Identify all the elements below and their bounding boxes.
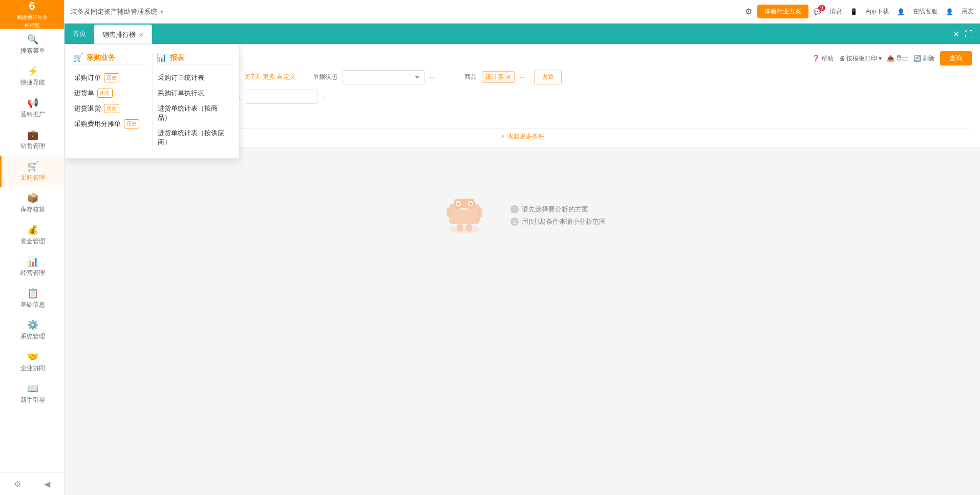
sidebar-item-system[interactable]: ⚙️系统管理 <box>0 314 64 346</box>
tab-home[interactable]: 首页 <box>65 24 94 44</box>
sidebar-item-guide[interactable]: 📖新手引导 <box>0 378 64 410</box>
system-icon: ⚙️ <box>27 319 38 331</box>
sales-icon: 💼 <box>27 129 38 140</box>
tab-expand[interactable]: ✕ ⛶ <box>946 29 980 39</box>
sidebar-item-company[interactable]: 🤝企业协同 <box>0 346 64 378</box>
close-fullscreen-icon: ✕ <box>953 30 960 38</box>
sidebar-item-operation[interactable]: 📊经营管理 <box>0 251 64 283</box>
shortcut-custom[interactable]: 自定义 <box>277 73 295 81</box>
export-btn[interactable]: 📤 导出 <box>887 54 908 63</box>
guide-icon: 📖 <box>27 383 38 394</box>
dropdown-divider <box>152 53 153 150</box>
status-label: 单据状态 <box>309 73 337 81</box>
message-label[interactable]: 消息 <box>829 7 842 16</box>
collapse-label: 收起更多条件 <box>507 133 544 140</box>
status-select[interactable] <box>343 70 424 84</box>
svg-rect-11 <box>466 224 472 231</box>
salesman-input[interactable] <box>246 90 317 104</box>
tip-text-2: 用[过滤]条件来缩小分析范围 <box>522 217 605 226</box>
industry-btn[interactable]: 体验行业方案 <box>757 5 808 18</box>
quick-label: 快捷导航 <box>20 78 45 87</box>
status-more-icon[interactable]: ··· <box>430 74 435 81</box>
purchase-label: 采购管理 <box>20 174 45 182</box>
message-badge: 9 <box>818 5 825 11</box>
svg-point-6 <box>470 203 472 205</box>
goods-tag-close[interactable]: ✕ <box>506 74 511 81</box>
message-icon-wrap[interactable]: 💬9 <box>814 8 821 15</box>
marketing-icon: 📢 <box>27 97 38 109</box>
tip-num-1: 1 <box>510 205 519 213</box>
svg-rect-10 <box>457 224 463 231</box>
online-service[interactable]: 在线客服 <box>913 7 938 16</box>
sidebar-settings-icon[interactable]: ⚙ <box>14 479 21 489</box>
sidebar-item-search[interactable]: 🔍搜索菜单 <box>0 29 64 60</box>
sidebar-item-sales[interactable]: 💼销售管理 <box>0 124 64 156</box>
user-name[interactable]: 用友 <box>962 7 974 16</box>
user-avatar: 👤 <box>946 8 953 15</box>
sidebar-item-purchase[interactable]: 🛒采购管理 <box>0 156 64 187</box>
dropdown-menu: 🛒 采购业务 采购订单历史进货单历史进货退货历史采购费用分摊单历史 📊 报表 采… <box>65 44 240 159</box>
operation-label: 经营管理 <box>20 269 45 277</box>
tab-sales-rank-label: 销售排行榜 <box>102 30 136 39</box>
purchase-item[interactable]: 采购费用分摊单历史 <box>73 116 148 132</box>
online-service-icon: 👤 <box>897 8 905 15</box>
svg-rect-7 <box>460 208 468 210</box>
shortcut-7days[interactable]: 近7天 <box>245 73 261 81</box>
help-btn[interactable]: ❓ 帮助 <box>812 54 834 63</box>
header-right: 💬9 消息 📱 App下载 👤 在线客服 👤 用友 <box>814 7 974 16</box>
report-item[interactable]: 进货单统计表（按供应商） <box>157 125 231 150</box>
finance-icon: 💰 <box>27 224 38 235</box>
dropdown-purchase-col: 🛒 采购业务 采购订单历史进货单历史进货退货历史采购费用分摊单历史 <box>73 53 148 150</box>
system-title-text: 装备及固定资产辅助管理系统 <box>71 7 157 16</box>
company-label: 企业协同 <box>20 364 45 373</box>
tab-sales-rank[interactable]: 销售排行榜 ✕ <box>94 25 152 45</box>
empty-content: 1 请先选择要分析的方案 2 用[过滤]条件来缩小分析范围 <box>439 188 605 243</box>
refresh-btn[interactable]: 🔄 刷新 <box>913 54 935 63</box>
system-title: 装备及固定资产辅助管理系统 ▾ <box>71 7 740 16</box>
sidebar-collapse-icon[interactable]: ◀ <box>44 479 50 489</box>
tab-bar-wrap: 首页 销售排行榜 ✕ ✕ ⛶ 🛒 采购业务 采购订单历史进货单历史进货退货历史采… <box>65 24 980 44</box>
purchase-item[interactable]: 进货单历史 <box>73 85 148 101</box>
query-btn[interactable]: 查询 <box>940 51 972 66</box>
purchase-col-icon: 🛒 <box>73 53 83 62</box>
app-download[interactable]: App下载 <box>866 7 889 16</box>
header-settings-icon[interactable]: ⚙ <box>745 7 752 16</box>
collapse-icon: ∧ <box>500 133 507 140</box>
print-btn[interactable]: 🖨 按模板打印 ▾ <box>839 54 882 63</box>
purchase-item[interactable]: 采购订单历史 <box>73 70 148 85</box>
salesman-more-icon[interactable]: ··· <box>323 93 328 100</box>
search-label: 搜索菜单 <box>20 47 45 55</box>
sidebar-item-finance[interactable]: 💰资金管理 <box>0 219 64 251</box>
sidebar-item-marketing[interactable]: 📢营销推广 <box>0 92 64 124</box>
guide-label: 新手引导 <box>20 396 45 404</box>
purchase-item[interactable]: 进货退货历史 <box>73 101 148 116</box>
setting-btn[interactable]: 设置 <box>534 70 562 84</box>
sidebar-item-base[interactable]: 📋基础信息 <box>0 283 64 314</box>
sidebar-item-inventory[interactable]: 📦库存核算 <box>0 187 64 219</box>
tab-close-icon[interactable]: ✕ <box>139 31 144 38</box>
company-icon: 🤝 <box>27 351 38 362</box>
dropdown-report-title: 📊 报表 <box>157 53 231 65</box>
shortcut-more[interactable]: 更多 <box>263 73 275 81</box>
report-item[interactable]: 进货单统计表（按商品） <box>157 101 231 125</box>
goods-more-icon[interactable]: ··· <box>520 74 525 81</box>
main-area: 装备及固定资产辅助管理系统 ▾ ⚙ 体验行业方案 💬9 消息 📱 App下载 👤… <box>65 0 980 495</box>
logo-text-line1: 畅捷通好生意 <box>17 14 48 21</box>
empty-illustration <box>439 188 490 234</box>
report-item[interactable]: 采购订单执行表 <box>157 85 231 101</box>
sidebar-item-quick[interactable]: ⚡快捷导航 <box>0 60 64 92</box>
empty-tip-1: 1 请先选择要分析的方案 <box>510 205 588 214</box>
svg-point-5 <box>457 203 460 205</box>
goods-tag-text: 设计素 <box>485 73 504 81</box>
search-icon: 🔍 <box>27 34 38 45</box>
dropdown-report-col: 📊 报表 采购订单统计表采购订单执行表进货单统计表（按商品）进货单统计表（按供应… <box>157 53 231 150</box>
goods-label: 商品 <box>448 73 477 81</box>
marketing-label: 营销推广 <box>20 110 45 119</box>
report-item[interactable]: 采购订单统计表 <box>157 70 231 85</box>
base-icon: 📋 <box>27 288 38 299</box>
report-col-label: 报表 <box>170 53 184 62</box>
tab-home-label: 首页 <box>73 29 86 38</box>
operation-icon: 📊 <box>27 256 38 267</box>
dropdown-arrow-icon[interactable]: ▾ <box>160 8 163 15</box>
sidebar-bottom: ⚙ ◀ <box>0 472 64 495</box>
